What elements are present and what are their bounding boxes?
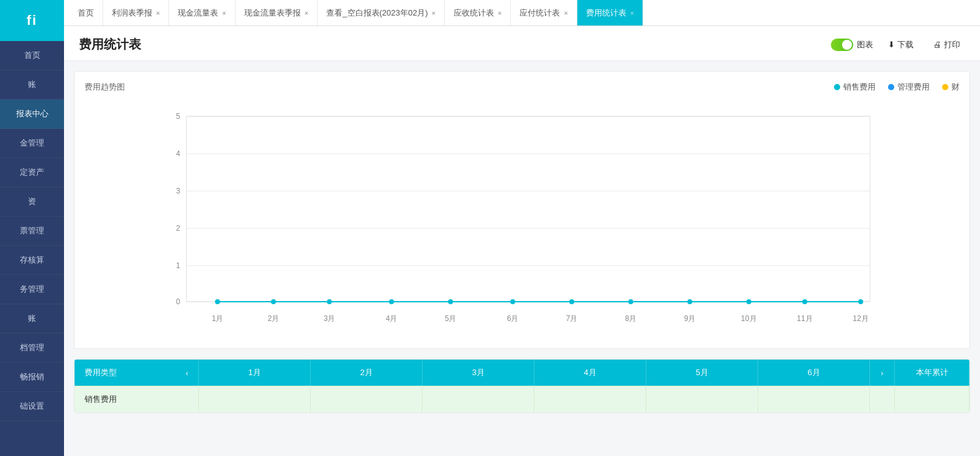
sidebar-item-settings[interactable]: 础设置: [0, 392, 64, 421]
legend-label-finance: 财: [951, 81, 959, 93]
svg-text:4: 4: [176, 149, 180, 158]
svg-text:8月: 8月: [625, 314, 637, 323]
th-month6: 6月: [758, 360, 870, 386]
tab-home[interactable]: 首页: [69, 0, 103, 26]
sidebar-item-account[interactable]: 账: [0, 70, 64, 100]
svg-point-20: [628, 299, 633, 304]
tab-blank-report[interactable]: 查看_空白报表(2023年02月) ×: [318, 0, 445, 26]
chart-toggle[interactable]: [831, 39, 853, 51]
content-area: 费用统计表 图表 ⬇ 下载 🖨 打印 费用趋势图: [64, 26, 980, 456]
legend-label-sales: 销售费用: [843, 81, 876, 93]
close-tab-receivable[interactable]: ×: [498, 9, 501, 17]
svg-text:10月: 10月: [741, 314, 756, 323]
svg-point-13: [215, 299, 220, 304]
svg-text:0: 0: [176, 297, 180, 306]
tab-receivable[interactable]: 应收统计表 ×: [445, 0, 511, 26]
svg-point-16: [389, 299, 394, 304]
legend-sales: 销售费用: [834, 81, 876, 93]
th-yearly-total: 本年累计: [895, 360, 969, 386]
legend-dot-sales: [834, 84, 840, 90]
svg-text:1月: 1月: [212, 314, 224, 323]
sidebar-item-home[interactable]: 首页: [0, 41, 64, 70]
th-nav-next[interactable]: ›: [870, 360, 895, 386]
sidebar-item-files[interactable]: 档管理: [0, 333, 64, 363]
svg-text:2月: 2月: [268, 314, 280, 323]
chart-toggle-label: 图表: [857, 39, 873, 50]
svg-text:1: 1: [176, 261, 180, 270]
sidebar-item-inventory[interactable]: 存核算: [0, 246, 64, 275]
sidebar-item-services[interactable]: 务管理: [0, 275, 64, 304]
legend-finance: 财: [942, 81, 959, 93]
svg-point-18: [510, 299, 515, 304]
legend-label-admin: 管理费用: [897, 81, 930, 93]
svg-text:3月: 3月: [324, 314, 336, 323]
sidebar-item-finance[interactable]: 金管理: [0, 129, 64, 158]
sidebar-item-assets[interactable]: 定资产: [0, 158, 64, 187]
sidebar-item-resources[interactable]: 资: [0, 187, 64, 216]
close-tab-payable[interactable]: ×: [564, 9, 567, 17]
sidebar-item-ledger[interactable]: 账: [0, 304, 64, 333]
svg-text:7月: 7月: [566, 314, 578, 323]
page-header: 费用统计表 图表 ⬇ 下载 🖨 打印: [64, 26, 980, 61]
chart-header: 费用趋势图 销售费用 管理费用 财: [85, 81, 959, 93]
close-tab-cashflow-quarterly[interactable]: ×: [305, 9, 308, 17]
svg-point-22: [746, 299, 751, 304]
th-nav-prev[interactable]: ‹: [186, 368, 188, 378]
th-expense-type: 费用类型 ‹: [75, 360, 199, 386]
download-icon: ⬇: [888, 40, 895, 49]
th-month5: 5月: [646, 360, 758, 386]
svg-text:9月: 9月: [684, 314, 696, 323]
th-month2: 2月: [311, 360, 423, 386]
legend-admin: 管理费用: [888, 81, 930, 93]
sidebar-item-expense[interactable]: 畅报销: [0, 363, 64, 392]
sidebar-item-reports[interactable]: 报表中心: [0, 100, 64, 129]
th-month3: 3月: [423, 360, 534, 386]
main-area: 首页 利润表季报 × 现金流量表 × 现金流量表季报 × 查看_空白报表(202…: [64, 0, 980, 456]
svg-text:5月: 5月: [445, 314, 457, 323]
svg-text:3: 3: [176, 187, 180, 195]
svg-point-19: [569, 299, 574, 304]
svg-text:2: 2: [176, 224, 180, 233]
svg-point-17: [448, 299, 453, 304]
td-total: [895, 386, 969, 412]
td-m6: [758, 386, 870, 412]
sidebar: fi 首页 账 报表中心 金管理 定资产 资 票管理 存核算 务管理 账 档管理…: [0, 0, 64, 456]
td-m5: [646, 386, 758, 412]
th-month1: 1月: [199, 360, 311, 386]
td-nav: [870, 386, 895, 412]
print-icon: 🖨: [933, 40, 941, 49]
sidebar-item-tickets[interactable]: 票管理: [0, 216, 64, 246]
close-tab-profit-quarterly[interactable]: ×: [156, 9, 160, 17]
td-m1: [199, 386, 311, 412]
chart-toggle-wrap: 图表: [831, 39, 873, 51]
print-button[interactable]: 🖨 打印: [928, 37, 965, 53]
tab-payable[interactable]: 应付统计表 ×: [511, 0, 577, 26]
sidebar-logo: fi: [0, 0, 64, 41]
svg-text:5: 5: [176, 112, 180, 121]
svg-text:4月: 4月: [386, 314, 398, 323]
legend-dot-admin: [888, 84, 894, 90]
table-row: 销售费用: [75, 386, 969, 412]
td-m4: [534, 386, 646, 412]
td-m3: [423, 386, 534, 412]
close-tab-blank-report[interactable]: ×: [432, 9, 436, 17]
tab-cashflow-quarterly[interactable]: 现金流量表季报 ×: [236, 0, 318, 26]
svg-text:12月: 12月: [853, 314, 868, 323]
svg-point-15: [327, 299, 332, 304]
chart-title: 费用趋势图: [85, 81, 125, 93]
svg-point-14: [271, 299, 276, 304]
tab-expense-stats[interactable]: 费用统计表 ×: [577, 0, 643, 26]
svg-rect-12: [186, 116, 870, 302]
close-tab-expense-stats[interactable]: ×: [630, 9, 634, 17]
close-tab-cashflow[interactable]: ×: [222, 9, 226, 17]
svg-point-21: [687, 299, 692, 304]
tab-cashflow[interactable]: 现金流量表 ×: [169, 0, 235, 26]
legend-dot-finance: [942, 84, 948, 90]
table-header: 费用类型 ‹ 1月 2月 3月 4月 5月 6月 › 本年累计: [75, 360, 969, 386]
svg-text:11月: 11月: [797, 314, 812, 323]
tab-profit-quarterly[interactable]: 利润表季报 ×: [103, 0, 169, 26]
header-actions: 图表 ⬇ 下载 🖨 打印: [831, 37, 965, 53]
td-type: 销售费用: [75, 386, 199, 412]
download-button[interactable]: ⬇ 下载: [883, 37, 918, 53]
tab-bar: 首页 利润表季报 × 现金流量表 × 现金流量表季报 × 查看_空白报表(202…: [64, 0, 980, 26]
